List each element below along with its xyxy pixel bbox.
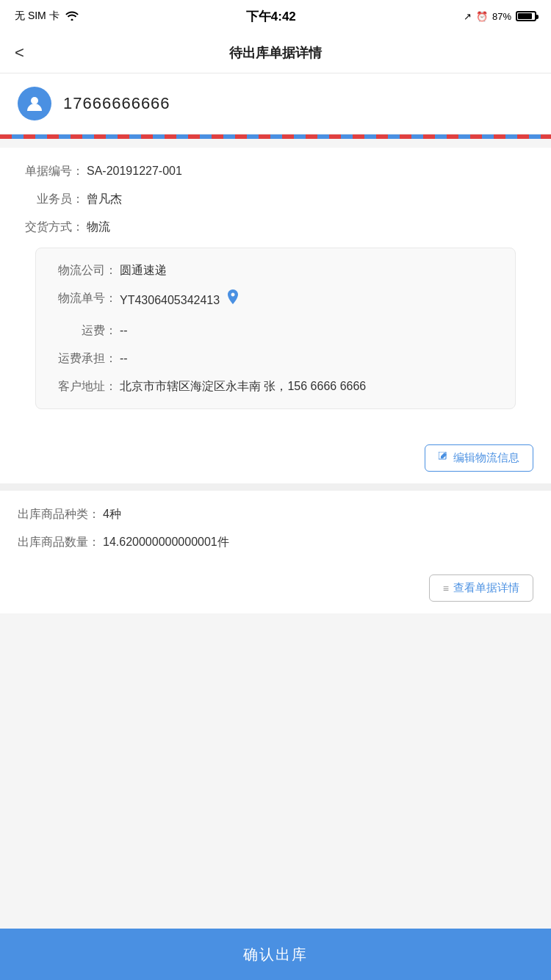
battery-percent: 87% (492, 11, 511, 22)
goods-types-value: 4种 (103, 505, 533, 523)
edit-btn-wrap: 编辑物流信息 (0, 436, 551, 483)
goods-quantity-row: 出库商品数量： 14.620000000000001件 (18, 533, 533, 551)
salesman-value: 曾凡杰 (87, 190, 533, 208)
svg-point-0 (31, 97, 38, 104)
section-divider (0, 483, 551, 491)
battery-icon (516, 11, 536, 21)
status-right: ↗ ⏰ 87% (464, 11, 536, 22)
salesman-label: 业务员： (18, 190, 84, 208)
nav-bar: < 待出库单据详情 (0, 32, 551, 73)
edit-logistics-button[interactable]: 编辑物流信息 (425, 444, 533, 472)
tracking-number-text: YT4306405342413 (120, 292, 220, 309)
confirm-btn-label: 确认出库 (243, 945, 308, 965)
avatar (18, 87, 51, 120)
goods-types-row: 出库商品种类： 4种 (18, 505, 533, 523)
logistics-address-value: 北京市市辖区海淀区永丰南 张，156 6666 6666 (120, 378, 500, 395)
goods-quantity-value: 14.620000000000001件 (103, 533, 533, 551)
delivery-row: 交货方式： 物流 (18, 218, 533, 236)
order-no-value: SA-20191227-001 (87, 162, 533, 180)
order-no-row: 单据编号： SA-20191227-001 (18, 162, 533, 180)
logistics-address-row: 客户地址： 北京市市辖区海淀区永丰南 张，156 6666 6666 (51, 378, 500, 395)
logistics-company-value: 圆通速递 (120, 262, 500, 279)
confirm-button-bar[interactable]: 确认出库 (0, 929, 551, 980)
view-icon: ≡ (443, 583, 449, 594)
logistics-address-label: 客户地址： (51, 378, 117, 395)
logistics-tracking-value: YT4306405342413 (120, 289, 500, 311)
view-details-button[interactable]: ≡ 查看单据详情 (429, 574, 533, 602)
salesman-row: 业务员： 曾凡杰 (18, 190, 533, 208)
view-btn-wrap: ≡ 查看单据详情 (0, 566, 551, 613)
delivery-value: 物流 (87, 218, 533, 236)
edit-btn-label: 编辑物流信息 (453, 451, 519, 465)
wifi-icon (65, 10, 79, 23)
logistics-freight-bearer-value: -- (120, 350, 500, 367)
back-button[interactable]: < (15, 37, 30, 68)
edit-icon (439, 452, 449, 464)
goods-section: 出库商品种类： 4种 出库商品数量： 14.620000000000001件 (0, 491, 551, 566)
location-status-icon: ↗ (464, 11, 472, 22)
logistics-freight-bearer-row: 运费承担： -- (51, 350, 500, 367)
alarm-icon: ⏰ (476, 11, 488, 22)
logistics-tracking-label: 物流单号： (51, 289, 117, 307)
logistics-freight-value: -- (120, 322, 500, 339)
logistics-freight-label: 运费： (51, 322, 117, 339)
logistics-freight-bearer-label: 运费承担： (51, 350, 117, 367)
carrier-text: 无 SIM 卡 (15, 10, 60, 23)
view-btn-label: 查看单据详情 (453, 581, 519, 595)
delivery-label: 交货方式： (18, 218, 84, 236)
page-title: 待出库单据详情 (229, 44, 322, 62)
logistics-card: 物流公司： 圆通速递 物流单号： YT4306405342413 (35, 248, 516, 409)
user-phone: 17666666666 (63, 94, 170, 113)
order-info-section: 单据编号： SA-20191227-001 业务员： 曾凡杰 交货方式： 物流 … (0, 148, 551, 436)
goods-quantity-label: 出库商品数量： (18, 533, 100, 551)
goods-types-label: 出库商品种类： (18, 505, 100, 523)
logistics-freight-row: 运费： -- (51, 322, 500, 339)
status-left: 无 SIM 卡 (15, 10, 79, 23)
user-header: 17666666666 (0, 73, 551, 134)
status-bar: 无 SIM 卡 下午4:42 ↗ ⏰ 87% (0, 0, 551, 32)
dashed-separator (0, 134, 551, 139)
tracking-location-icon[interactable] (226, 289, 240, 311)
status-time: 下午4:42 (246, 8, 296, 25)
logistics-company-row: 物流公司： 圆通速递 (51, 262, 500, 279)
logistics-tracking-row: 物流单号： YT4306405342413 (51, 289, 500, 311)
order-no-label: 单据编号： (18, 162, 84, 180)
logistics-company-label: 物流公司： (51, 262, 117, 279)
